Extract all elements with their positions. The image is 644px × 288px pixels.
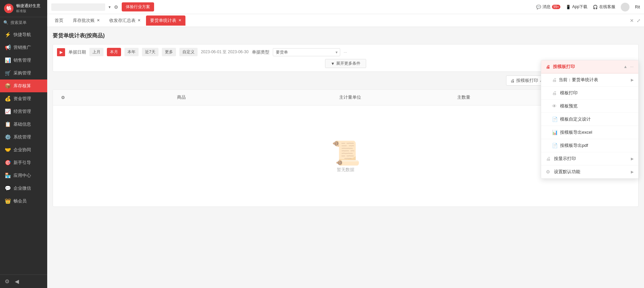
- filter-expand-btn[interactable]: ▼ 展开更多条件: [325, 59, 366, 68]
- sidebar-item-guide[interactable]: 🎯 新手引导: [0, 156, 47, 169]
- topbar-gear-icon[interactable]: ⚙: [114, 4, 118, 10]
- tab-home[interactable]: 首页: [51, 15, 67, 26]
- set-default-arrow: ▶: [631, 170, 634, 174]
- dropdown-title: 按模板打印: [553, 64, 575, 70]
- sidebar-item-member[interactable]: 👑 畅会员: [0, 195, 47, 207]
- sidebar-item-label: 快捷导航: [13, 32, 31, 38]
- topbar: ▾ ⚙ 体验行业方案 💬 消息 99+ 📱 App下载 🎧 在线客服 Rit: [47, 0, 644, 14]
- th-qty: 主数量: [407, 92, 521, 102]
- more-icon[interactable]: ···: [630, 64, 634, 69]
- set-default-label: 设置默认功能: [554, 169, 580, 175]
- dropdown-item-template-excel[interactable]: 📊 按模板导出excel: [541, 126, 638, 139]
- expand-label: 展开更多条件: [336, 61, 360, 66]
- dropdown-item-template-print[interactable]: 🖨 模板打印: [541, 87, 638, 100]
- dropdown-header-left: 🖨 按模板打印: [546, 64, 575, 70]
- dropdown-header-right: ▲ ···: [623, 64, 634, 69]
- type-select-wrap: 要货单: [273, 48, 340, 56]
- template-pdf-label: 按模板导出pdf: [560, 142, 588, 149]
- sidebar-item-basic[interactable]: 📋 基础信息: [0, 118, 47, 131]
- app-logo: 畅 畅捷通好生意 标准版: [0, 0, 47, 17]
- sidebar-item-operations[interactable]: 📈 经营管理: [0, 105, 47, 118]
- service-icon: 🎧: [593, 5, 598, 9]
- display-print-icon: 🖨: [546, 156, 551, 161]
- date-btn-more[interactable]: 更多: [162, 48, 176, 56]
- th-settings[interactable]: ⚙: [57, 93, 69, 102]
- tab-collection-close[interactable]: ✕: [138, 18, 141, 23]
- sidebar-item-label: 营销推广: [13, 44, 31, 51]
- tab-collection-label: 收发存汇总表: [109, 18, 136, 24]
- sidebar-item-inventory[interactable]: 📦 库存核算: [0, 79, 47, 92]
- sidebar-search[interactable]: 🔍 搜索菜单: [0, 17, 47, 28]
- topbar-search-box: [51, 3, 105, 11]
- template-print-icon: 🖨: [552, 90, 557, 96]
- sidebar-item-label: 基础信息: [13, 121, 31, 127]
- topbar-username[interactable]: Rit: [635, 5, 640, 9]
- dropdown-item-template-pdf[interactable]: 📄 按模板导出pdf: [541, 139, 638, 152]
- sidebar-item-label: 系统管理: [13, 134, 31, 140]
- app-label: App下载: [572, 4, 587, 10]
- date-btn-custom[interactable]: 自定义: [179, 48, 198, 56]
- sidebar-item-label: 采购管理: [13, 70, 31, 76]
- search-icon: 🔍: [3, 20, 8, 25]
- template-excel-icon: 📊: [552, 130, 557, 135]
- sidebar-footer: ⚙ ◀: [0, 275, 47, 288]
- dropdown-item-display-print[interactable]: 🖨 按显示打印 ▶: [541, 152, 638, 165]
- collapse-icon[interactable]: ▲: [623, 64, 627, 69]
- date-btn-this-year[interactable]: 本年: [124, 48, 139, 56]
- industry-btn[interactable]: 体验行业方案: [122, 2, 154, 11]
- wechat-icon: 💬: [5, 185, 11, 191]
- tab-close-all-icon[interactable]: ✕: [630, 18, 634, 23]
- date-btn-this-month[interactable]: 本月: [107, 48, 121, 56]
- tab-order-summary[interactable]: 要货单统计表 ✕: [146, 15, 185, 26]
- sidebar-item-appstore[interactable]: 🏪 应用中心: [0, 169, 47, 182]
- topbar-online-service[interactable]: 🎧 在线客服: [593, 4, 615, 10]
- date-filter-label: 单据日期: [68, 49, 86, 55]
- template-design-icon: 📄: [552, 117, 557, 122]
- sidebar-item-system[interactable]: ⚙️ 系统管理: [0, 131, 47, 143]
- set-default-left: ⚙ 设置默认功能: [546, 169, 580, 175]
- sidebar-item-quick-nav[interactable]: ⚡ 快捷导航: [0, 28, 47, 41]
- tabs-actions: ✕ ⤢: [630, 18, 641, 23]
- dropdown-item-template-design[interactable]: 📄 模板自定义设计: [541, 113, 638, 126]
- empty-icon: 📜: [331, 139, 360, 167]
- page-title: 要货单统计表(按商品): [53, 32, 639, 39]
- sidebar-item-purchase[interactable]: 🛒 采购管理: [0, 67, 47, 79]
- tab-order-label: 要货单统计表: [150, 18, 176, 24]
- date-btn-last7[interactable]: 近7天: [142, 48, 158, 56]
- topbar-messages[interactable]: 💬 消息 99+: [536, 4, 560, 10]
- sidebar-item-marketing[interactable]: 📢 营销推广: [0, 41, 47, 54]
- sidebar-item-label: 经营管理: [13, 108, 31, 115]
- operations-icon: 📈: [5, 108, 11, 115]
- current-label: 当前：要货单统计表: [559, 77, 598, 83]
- sidebar-settings-icon[interactable]: ⚙: [5, 278, 9, 285]
- sidebar-item-collab[interactable]: 🤝 企业协同: [0, 143, 47, 156]
- tab-batch-account[interactable]: 库存批次账 ✕: [69, 15, 104, 26]
- tab-batch-account-close[interactable]: ✕: [97, 18, 100, 23]
- dropdown-header: 🖨 按模板打印 ▲ ···: [541, 60, 638, 73]
- dropdown-item-set-default[interactable]: ⚙ 设置默认功能 ▶: [541, 165, 638, 179]
- dropdown-current-item[interactable]: 🖨 当前：要货单统计表 ▶: [541, 73, 638, 87]
- print-btn-label: 按模板打印: [516, 77, 538, 84]
- sidebar-item-wechat[interactable]: 💬 企业微信: [0, 182, 47, 195]
- type-filter-select[interactable]: 要货单: [273, 48, 340, 56]
- topbar-avatar: [621, 3, 630, 11]
- template-excel-label: 按模板导出excel: [560, 129, 592, 135]
- date-btn-prev-month[interactable]: 上月: [89, 48, 104, 56]
- quick-nav-icon: ⚡: [5, 32, 11, 38]
- sidebar-item-sales[interactable]: 📊 销售管理: [0, 54, 47, 67]
- dropdown-item-template-preview[interactable]: 👁 模板预览: [541, 100, 638, 113]
- type-filter-label: 单据类型: [252, 49, 269, 55]
- sidebar-sound-icon[interactable]: ◀: [15, 278, 19, 285]
- app-icon: 📱: [566, 5, 571, 9]
- date-range-display: 2023-06-01 至 2023-06-30: [201, 49, 248, 55]
- topbar-dropdown-icon[interactable]: ▾: [109, 5, 111, 9]
- sidebar-item-finance[interactable]: 💰 资金管理: [0, 92, 47, 105]
- tab-maximize-icon[interactable]: ⤢: [637, 18, 641, 23]
- set-default-icon: ⚙: [546, 169, 551, 174]
- th-product: 商品: [69, 92, 294, 102]
- filter-toggle-btn[interactable]: ▶: [57, 48, 65, 56]
- topbar-app-download[interactable]: 📱 App下载: [566, 4, 587, 10]
- tab-order-close[interactable]: ✕: [178, 18, 181, 23]
- tab-collection-summary[interactable]: 收发存汇总表 ✕: [105, 15, 145, 26]
- sidebar-item-label: 畅会员: [13, 198, 27, 204]
